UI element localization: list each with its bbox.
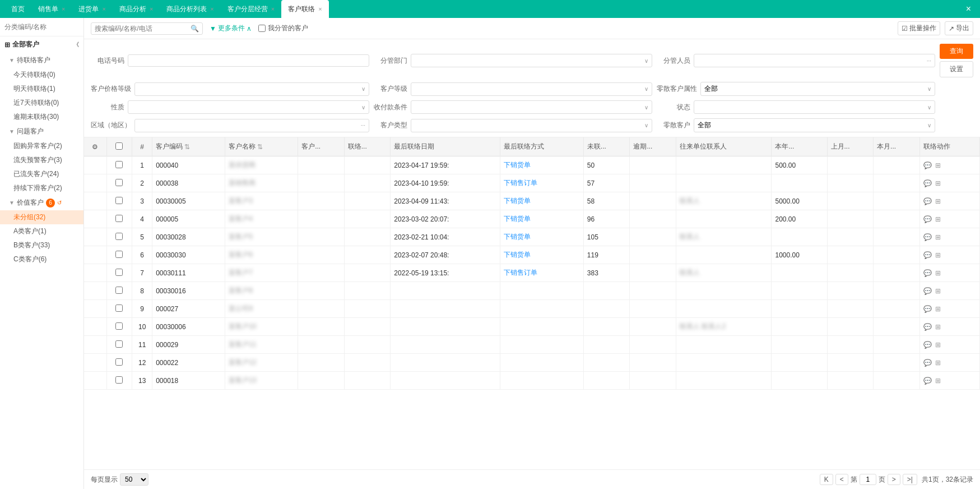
row-checkbox[interactable] <box>115 287 123 294</box>
grid-action-icon[interactable]: ⊞ <box>935 359 941 367</box>
payment-dropdown[interactable]: ∨ <box>411 100 652 114</box>
nav-purchase[interactable]: 进货单 × <box>72 0 112 18</box>
contact-method-link[interactable]: 下销售订单 <box>504 179 537 187</box>
sidebar-pending-contact-group[interactable]: ▼ 待联络客户 <box>0 53 83 68</box>
grid-action-icon[interactable]: ⊞ <box>935 377 941 385</box>
contact-method-link[interactable]: 下销货单 <box>504 161 531 169</box>
app-close-button[interactable]: × <box>962 4 976 14</box>
close-customer-contact-icon[interactable]: × <box>318 6 322 12</box>
sidebar-item-unclassified[interactable]: 未分组(32) <box>0 210 83 224</box>
row-checkbox[interactable] <box>115 269 123 276</box>
grid-action-icon[interactable]: ⊞ <box>935 341 941 349</box>
grid-action-icon[interactable]: ⊞ <box>935 197 941 205</box>
filter-search-icon[interactable]: 🔍 <box>191 25 199 33</box>
chat-icon[interactable]: 💬 <box>923 197 932 205</box>
nav-product-list[interactable]: 商品分析列表 × <box>160 0 220 18</box>
sidebar-item-declining[interactable]: 持续下滑客户(2) <box>0 181 83 195</box>
phone-input[interactable] <box>128 54 369 67</box>
customer-level-dropdown[interactable]: ∨ <box>411 82 652 96</box>
nav-customer-contact[interactable]: 客户联络 × <box>281 0 328 18</box>
contact-method-link[interactable]: 下销货单 <box>504 251 531 259</box>
code-col-header[interactable]: 客户编码⇅ <box>152 137 225 156</box>
sidebar-value-group[interactable]: ▼ 价值客户 6 ↺ <box>0 195 83 210</box>
grid-action-icon[interactable]: ⊞ <box>935 215 941 223</box>
close-product-analysis-icon[interactable]: × <box>150 6 153 12</box>
contact-method-link[interactable]: 下销货单 <box>504 197 531 205</box>
person-dropdown[interactable]: ··· <box>694 54 935 67</box>
settings-col-header[interactable]: ⚙ <box>84 137 106 156</box>
row-checkbox[interactable] <box>115 322 123 330</box>
export-button[interactable]: ↗ 导出 <box>945 21 973 35</box>
grid-action-icon[interactable]: ⊞ <box>935 305 941 313</box>
name-col-header[interactable]: 客户名称⇅ <box>225 137 298 156</box>
select-all-checkbox[interactable] <box>115 142 123 150</box>
nav-sales[interactable]: 销售单 × <box>31 0 72 18</box>
refresh-icon[interactable]: ↺ <box>57 200 62 206</box>
chat-icon[interactable]: 💬 <box>923 377 932 385</box>
row-checkbox[interactable] <box>115 161 123 168</box>
chat-icon[interactable]: 💬 <box>923 323 932 331</box>
my-customers-checkbox[interactable] <box>258 25 266 32</box>
close-purchase-icon[interactable]: × <box>102 6 105 12</box>
chat-icon[interactable]: 💬 <box>923 251 932 259</box>
prev-page-button[interactable]: < <box>835 474 848 485</box>
chat-icon[interactable]: 💬 <box>923 269 932 277</box>
chat-icon[interactable]: 💬 <box>923 215 932 223</box>
first-page-button[interactable]: K <box>820 474 833 485</box>
sidebar-problem-group[interactable]: ▼ 问题客户 <box>0 124 83 139</box>
sidebar-item-tomorrow[interactable]: 明天待联络(1) <box>0 82 83 96</box>
row-checkbox[interactable] <box>115 358 123 366</box>
close-product-list-icon[interactable]: × <box>210 6 213 12</box>
chat-icon[interactable]: 💬 <box>923 162 932 169</box>
nav-customer-segment[interactable]: 客户分层经营 × <box>221 0 281 18</box>
grid-action-icon[interactable]: ⊞ <box>935 323 941 331</box>
sidebar-search-input[interactable] <box>4 23 84 31</box>
chat-icon[interactable]: 💬 <box>923 233 932 241</box>
sidebar-item-today[interactable]: 今天待联络(0) <box>0 68 83 82</box>
contact-method-link[interactable]: 下销货单 <box>504 215 531 223</box>
page-number-input[interactable] <box>860 474 876 485</box>
last-page-button[interactable]: >| <box>903 474 917 485</box>
sidebar-item-type-a[interactable]: A类客户(1) <box>0 224 83 238</box>
grid-action-icon[interactable]: ⊞ <box>935 179 941 187</box>
sidebar-all-customers[interactable]: ⊞ 全部客户 《 <box>0 36 83 53</box>
chat-icon[interactable]: 💬 <box>923 359 932 367</box>
row-checkbox[interactable] <box>115 215 123 222</box>
grid-action-icon[interactable]: ⊞ <box>935 162 941 169</box>
next-page-button[interactable]: > <box>888 474 900 485</box>
status-dropdown[interactable]: ∨ <box>694 100 935 114</box>
row-checkbox[interactable] <box>115 376 123 384</box>
sidebar-item-churned[interactable]: 已流失客户(24) <box>0 167 83 181</box>
region-dropdown[interactable]: ··· <box>134 119 369 132</box>
table-settings-icon[interactable]: ⚙ <box>92 143 98 151</box>
sidebar-item-type-b[interactable]: B类客户(33) <box>0 238 83 252</box>
filter-search-input[interactable] <box>95 25 188 33</box>
sidebar-item-type-c[interactable]: C类客户(6) <box>0 252 83 266</box>
grid-action-icon[interactable]: ⊞ <box>935 287 941 295</box>
sidebar-item-overdue[interactable]: 逾期未联络(30) <box>0 110 83 124</box>
row-checkbox[interactable] <box>115 305 123 312</box>
row-checkbox[interactable] <box>115 251 123 258</box>
sidebar-item-7days[interactable]: 近7天待联络(0) <box>0 96 83 110</box>
chat-icon[interactable]: 💬 <box>923 305 932 313</box>
batch-ops-button[interactable]: ☑ 批量操作 <box>898 21 940 35</box>
row-checkbox[interactable] <box>115 340 123 348</box>
chat-icon[interactable]: 💬 <box>923 341 932 349</box>
grid-action-icon[interactable]: ⊞ <box>935 251 941 259</box>
nature-dropdown[interactable]: ∨ <box>128 100 369 114</box>
sidebar-item-fixed-abnormal[interactable]: 固购异常客户(2) <box>0 139 83 153</box>
customer-type-dropdown[interactable]: ∨ <box>411 119 652 132</box>
chat-icon[interactable]: 💬 <box>923 287 932 295</box>
dept-dropdown[interactable]: ∨ <box>411 54 652 67</box>
nav-product-analysis[interactable]: 商品分析 × <box>113 0 160 18</box>
chat-icon[interactable]: 💬 <box>923 179 932 187</box>
row-checkbox[interactable] <box>115 179 123 186</box>
grid-action-icon[interactable]: ⊞ <box>935 269 941 277</box>
row-checkbox[interactable] <box>115 197 123 204</box>
reset-button[interactable]: 设置 <box>940 61 973 77</box>
close-customer-segment-icon[interactable]: × <box>271 6 275 12</box>
retail-attr-dropdown[interactable]: 全部 ∨ <box>700 82 935 96</box>
contact-method-link[interactable]: 下销货单 <box>504 233 531 241</box>
sidebar-item-churn-warning[interactable]: 流失预警客户(3) <box>0 153 83 167</box>
nav-home[interactable]: 首页 <box>4 0 31 18</box>
